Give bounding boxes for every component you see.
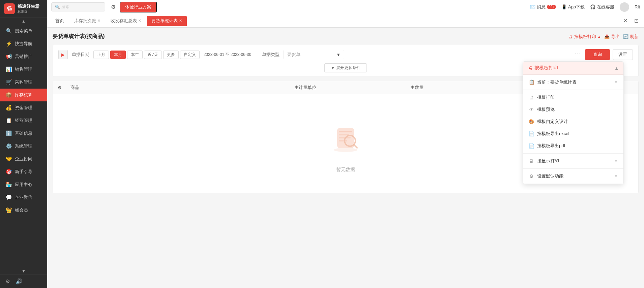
tab-collect-summary[interactable]: 收发存汇总表 ✕ <box>106 16 146 26</box>
template-preview-icon: 👁 <box>528 107 534 112</box>
type-select-chevron-icon: ▼ <box>336 52 341 57</box>
scroll-down-btn[interactable]: ▼ <box>0 268 47 275</box>
tab-collect-summary-close[interactable]: ✕ <box>138 19 141 23</box>
sidebar-bottom: ⚙ 🔊 <box>0 275 47 288</box>
sidebar-item-quick-nav[interactable]: ⚡ 快捷导航 <box>0 37 47 50</box>
dropdown-header-right: ▲ <box>614 66 619 71</box>
app-download-label: App下载 <box>568 4 585 10</box>
tab-order-stats[interactable]: 要货单统计表 ✕ <box>147 16 187 26</box>
sidebar-nav: 🔍 搜索菜单 ⚡ 快捷导航 📢 营销推广 📊 销售管理 🛒 采购管理 📦 库存核… <box>0 25 47 268</box>
settings-btn[interactable]: 设置 <box>613 49 633 60</box>
sidebar-item-finance[interactable]: 💰 资金管理 <box>0 101 47 114</box>
print-btn[interactable]: 🖨 按模板打印 ▲ <box>568 34 601 40</box>
sidebar-item-guide[interactable]: 🎯 新手引导 <box>0 165 47 178</box>
sidebar-item-label: 基础信息 <box>15 130 32 136</box>
settings-bottom-icon[interactable]: ⚙ <box>5 278 10 285</box>
dropdown-up-icon[interactable]: ▲ <box>614 66 619 71</box>
current-template-item[interactable]: 📋 当前：要货单统计表 ▼ <box>523 76 623 88</box>
guide-icon: 🎯 <box>5 169 12 175</box>
scroll-up-btn[interactable]: ▲ <box>0 18 47 25</box>
user-name: Rit <box>635 4 640 9</box>
sidebar-item-member[interactable]: 👑 畅会员 <box>0 204 47 217</box>
wechat-icon: 💬 <box>5 194 12 200</box>
topbar-gear-icon[interactable]: ⚙ <box>111 4 116 10</box>
version-label: 标准版 <box>18 9 39 14</box>
sidebar-item-basic[interactable]: ℹ️ 基础信息 <box>0 127 47 140</box>
app-icon: 📱 <box>561 4 567 9</box>
message-btn[interactable]: ✉️ 消息 99+ <box>530 4 556 10</box>
avatar[interactable] <box>620 2 629 12</box>
topbar: 🔍 搜索 ⚙ 体验行业方案 ✉️ 消息 99+ 📱 App下载 🎧 在线客服 R… <box>47 0 644 14</box>
set-default-item[interactable]: ⚙ 设置默认功能 ▼ <box>523 170 623 182</box>
date-last-month[interactable]: 上月 <box>93 51 109 59</box>
date-more[interactable]: 更多 <box>163 51 179 59</box>
query-btn[interactable]: 查询 <box>585 49 610 60</box>
th-settings[interactable]: ⚙ <box>53 85 66 90</box>
finance-icon: 💰 <box>5 105 12 111</box>
date-7days[interactable]: 近7天 <box>144 51 162 59</box>
page-title: 要货单统计表(按商品) <box>53 33 105 40</box>
more-options-icon[interactable]: ⋯ <box>574 49 582 60</box>
print-arrow-icon: ▲ <box>597 35 601 38</box>
sidebar-item-operation[interactable]: 📋 经营管理 <box>0 114 47 127</box>
date-filter-label: 单据日期 <box>72 52 89 58</box>
type-select[interactable]: 要货单 ▼ <box>284 50 344 59</box>
export-btn[interactable]: 📤 导出 <box>604 34 620 40</box>
main-area: 🔍 搜索 ⚙ 体验行业方案 ✉️ 消息 99+ 📱 App下载 🎧 在线客服 R… <box>47 0 644 288</box>
sidebar-item-inventory[interactable]: 📦 库存核算 <box>0 89 47 101</box>
filter-toggle-btn[interactable]: ▶ <box>58 50 68 59</box>
date-custom[interactable]: 自定义 <box>180 51 200 59</box>
tab-inventory-batch-close[interactable]: ✕ <box>97 19 100 23</box>
export-pdf-item[interactable]: 📄 按模板导出pdf <box>523 140 623 152</box>
expand-more-btn[interactable]: ▼ 展开更多条件 <box>324 63 367 72</box>
search-placeholder: 搜索 <box>61 4 69 10</box>
search-icon: 🔍 <box>55 5 60 9</box>
search-box[interactable]: 🔍 搜索 <box>51 2 105 11</box>
purchase-icon: 🛒 <box>5 79 12 85</box>
sound-bottom-icon[interactable]: 🔊 <box>16 278 22 285</box>
trial-btn[interactable]: 体验行业方案 <box>120 2 157 12</box>
type-filter-label: 单据类型 <box>262 52 280 58</box>
expand-tabs-btn[interactable]: ⊡ <box>632 17 641 25</box>
sidebar-item-enterprise[interactable]: 🤝 企业协同 <box>0 153 47 165</box>
th-product: 商品 <box>66 85 290 91</box>
close-all-btn[interactable]: ✕ <box>621 17 630 25</box>
sidebar-item-sales[interactable]: 📊 销售管理 <box>0 63 47 76</box>
template-design-label: 模板自定义设计 <box>537 119 568 125</box>
sidebar-item-appstore[interactable]: 🏪 应用中心 <box>0 178 47 191</box>
operation-icon: 📋 <box>5 118 12 124</box>
sidebar-item-wechat[interactable]: 💬 企业微信 <box>0 191 47 204</box>
template-print-item[interactable]: 🖨 模板打印 <box>523 91 623 103</box>
sidebar-item-search[interactable]: 🔍 搜索菜单 <box>0 25 47 37</box>
tab-home[interactable]: 首页 <box>51 16 69 26</box>
tab-home-label: 首页 <box>55 18 64 24</box>
sidebar-item-label: 资金管理 <box>15 105 32 111</box>
marketing-icon: 📢 <box>5 54 12 60</box>
date-this-year[interactable]: 本年 <box>127 51 143 59</box>
tabs-bar: 首页 库存批次账 ✕ 收发存汇总表 ✕ 要货单统计表 ✕ ✕ ⊡ <box>47 14 644 28</box>
template-preview-item[interactable]: 👁 模板预览 <box>523 103 623 116</box>
print-header-icon: 🖨 <box>528 65 532 71</box>
tab-order-stats-close[interactable]: ✕ <box>179 19 182 23</box>
app-download-btn[interactable]: 📱 App下载 <box>561 4 585 10</box>
dropdown-header-left: 🖨 按模板打印 <box>528 65 558 71</box>
tab-collect-summary-label: 收发存汇总表 <box>111 18 137 24</box>
content-area: 要货单统计表(按商品) 🖨 按模板打印 ▲ 📤 导出 🔄 刷新 <box>47 28 644 288</box>
online-service-btn[interactable]: 🎧 在线客服 <box>590 4 614 10</box>
set-default-label: 设置默认功能 <box>537 173 563 179</box>
date-this-month[interactable]: 本月 <box>110 51 126 59</box>
sidebar-item-marketing[interactable]: 📢 营销推广 <box>0 50 47 63</box>
sidebar-item-purchase[interactable]: 🛒 采购管理 <box>0 76 47 89</box>
export-excel-item[interactable]: 📄 按模板导出excel <box>523 128 623 140</box>
display-print-item[interactable]: 🖥 按显示打印 ▼ <box>523 155 623 167</box>
tab-inventory-batch[interactable]: 库存批次账 ✕ <box>69 16 105 26</box>
print-icon: 🖨 <box>568 34 573 39</box>
sidebar: 畅 畅通好生意 标准版 ▲ 🔍 搜索菜单 ⚡ 快捷导航 📢 营销推广 📊 销售管… <box>0 0 47 288</box>
template-design-item[interactable]: 🎨 模板自定义设计 <box>523 116 623 128</box>
sidebar-item-label: 企业协同 <box>15 156 32 162</box>
sidebar-item-system[interactable]: ⚙️ 系统管理 <box>0 140 47 153</box>
refresh-btn[interactable]: 🔄 刷新 <box>623 34 639 40</box>
message-badge: 99+ <box>547 5 556 9</box>
page-actions: 🖨 按模板打印 ▲ 📤 导出 🔄 刷新 <box>568 34 639 40</box>
export-pdf-label: 按模板导出pdf <box>537 143 565 149</box>
